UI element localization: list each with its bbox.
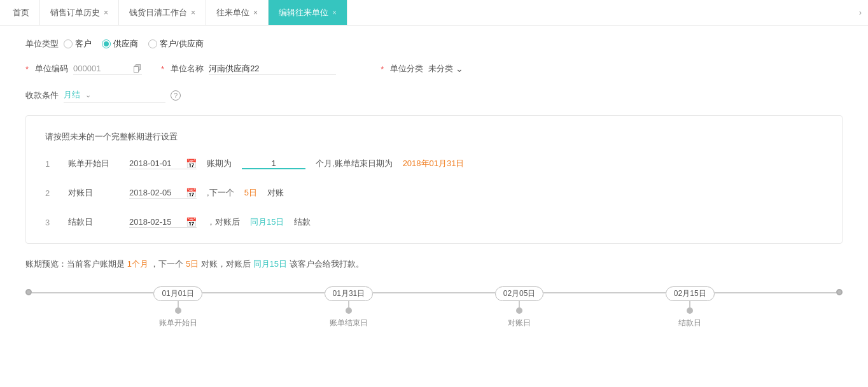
radio-customer[interactable]: 客户 xyxy=(64,38,92,50)
tl-dot-1 xyxy=(175,307,181,314)
unit-name-field: * 单位名称 xyxy=(161,62,336,75)
tab-edit-partner-label: 编辑往来单位 xyxy=(279,7,328,18)
unit-classify-label: 单位分类 xyxy=(390,63,423,74)
radio-customer-circle xyxy=(64,39,73,48)
tab-partner-close[interactable]: × xyxy=(253,8,258,17)
card-title: 请按照未来的一个完整帐期进行设置 xyxy=(45,131,823,143)
tab-sales-history-close[interactable]: × xyxy=(104,8,108,17)
payment-suffix: 结款 xyxy=(294,216,311,228)
setting-row-1: 1 账单开始日 📅 账期为 个月,账单结束日期为 2018年01月31日 xyxy=(45,158,823,169)
settings-card: 请按照未来的一个完整帐期进行设置 1 账单开始日 📅 账期为 个月,账单结束日期… xyxy=(25,115,843,244)
tl-line-1 xyxy=(202,292,324,293)
unit-name-input[interactable] xyxy=(209,62,336,75)
period-input[interactable] xyxy=(242,158,305,169)
unit-type-field: 单位类型 客户 供应商 客户/供应商 xyxy=(25,38,204,50)
period-prefix: 账期为 xyxy=(207,158,232,169)
tl-dot-4 xyxy=(687,307,693,314)
payment-highlight-day: 同月15日 xyxy=(250,216,284,228)
preview-mid2: 对账，对账后 xyxy=(201,259,251,269)
payment-label: 收款条件 xyxy=(25,90,59,101)
tl-dot-3 xyxy=(516,307,522,314)
payment-select[interactable]: 月结 ⌄ xyxy=(64,88,165,102)
setting-row-2: 2 对账日 📅 ,下一个 5日 对账 xyxy=(45,187,823,199)
reconcile-date-input: 📅 xyxy=(129,188,197,199)
tl-stem-2 xyxy=(348,301,349,307)
classify-arrow-icon[interactable]: ⌄ xyxy=(456,64,463,74)
tab-sales-history[interactable]: 销售订单历史 × xyxy=(40,0,119,25)
timeline-node-4: 02月15日 结款日 xyxy=(666,286,715,328)
timeline-node-1-pill: 01月01日 xyxy=(153,286,202,301)
payment-field: 收款条件 月结 ⌄ ? xyxy=(25,88,181,102)
tab-cash-work-close[interactable]: × xyxy=(191,8,195,17)
radio-customer-label: 客户 xyxy=(75,38,92,50)
payment-prefix: ，对账后 xyxy=(207,216,240,228)
tab-home[interactable]: 首页 xyxy=(0,0,40,25)
unit-name-label: 单位名称 xyxy=(171,63,204,74)
unit-name-required: * xyxy=(161,64,164,74)
payment-row: 收款条件 月结 ⌄ ? xyxy=(25,88,843,102)
row-label-3: 结款日 xyxy=(68,216,119,228)
tab-edit-partner-close[interactable]: × xyxy=(332,8,337,17)
row-label-2: 对账日 xyxy=(68,187,119,199)
preview-prefix: 账期预览：当前客户账期是 xyxy=(25,259,125,269)
tl-dot-2 xyxy=(346,307,352,314)
preview-part3: 同月15日 xyxy=(253,259,287,269)
unit-code-label: 单位编码 xyxy=(35,63,68,74)
radio-group-unit-type: 客户 供应商 客户/供应商 xyxy=(64,38,204,50)
preview-suffix: 该客户会给我打款。 xyxy=(290,259,364,269)
timeline-node-2: 01月31日 账单结束日 xyxy=(325,286,374,328)
row-num-1: 1 xyxy=(45,159,58,169)
tab-cash-work-label: 钱货日清工作台 xyxy=(129,7,187,18)
setting-row-3: 3 结款日 📅 ，对账后 同月15日 结款 xyxy=(45,216,823,228)
preview-section: 账期预览：当前客户账期是 1个月 ，下一个 5日 对账，对账后 同月15日 该客… xyxy=(25,257,843,328)
preview-text: 账期预览：当前客户账期是 1个月 ，下一个 5日 对账，对账后 同月15日 该客… xyxy=(25,257,843,271)
tabs-scroll-arrow[interactable]: › xyxy=(853,0,868,25)
radio-both[interactable]: 客户/供应商 xyxy=(148,38,204,50)
tl-stem-4 xyxy=(689,301,690,307)
timeline-start-dot xyxy=(25,289,32,295)
timeline-node-4-pill: 02月15日 xyxy=(666,286,715,301)
start-date-calendar-icon[interactable]: 📅 xyxy=(186,158,197,169)
radio-supplier-label: 供应商 xyxy=(113,38,138,50)
start-date-field[interactable] xyxy=(129,158,183,168)
payment-help-icon[interactable]: ? xyxy=(171,90,181,101)
unit-classify-select[interactable]: 未分类 ⌄ xyxy=(428,63,517,74)
unit-code-field: * 单位编码 🗍 xyxy=(25,62,142,75)
tl-stem-1 xyxy=(178,301,179,307)
reconcile-prefix: ,下一个 xyxy=(207,187,234,199)
unit-code-copy-icon[interactable]: 🗍 xyxy=(133,64,142,74)
timeline: 01月01日 账单开始日 01月31日 账单结束日 02月05日 xyxy=(25,286,843,328)
payment-date-calendar-icon[interactable]: 📅 xyxy=(186,217,197,227)
reconcile-highlight-day: 5日 xyxy=(244,187,257,199)
tab-partner[interactable]: 往来单位 × xyxy=(206,0,269,25)
timeline-node-1-label: 账单开始日 xyxy=(159,318,197,328)
payment-date-input: 📅 xyxy=(129,217,197,228)
payment-date-field[interactable] xyxy=(129,217,183,227)
timeline-node-3-pill: 02月05日 xyxy=(495,286,544,301)
unit-classify-required: * xyxy=(381,64,384,74)
unit-code-input-wrapper: 🗍 xyxy=(73,62,142,75)
preview-part1: 1个月 xyxy=(127,259,148,269)
reconcile-suffix: 对账 xyxy=(267,187,284,199)
timeline-node-3-label: 对账日 xyxy=(508,318,531,328)
period-suffix: 个月,账单结束日期为 xyxy=(316,158,393,169)
timeline-node-3: 02月05日 对账日 xyxy=(495,286,544,328)
preview-part2: 5日 xyxy=(186,259,199,269)
tab-edit-partner[interactable]: 编辑往来单位 × xyxy=(269,0,347,25)
tab-cash-work[interactable]: 钱货日清工作台 × xyxy=(119,0,206,25)
tab-sales-history-label: 销售订单历史 xyxy=(50,7,100,18)
unit-code-required: * xyxy=(25,64,29,74)
reconcile-date-field[interactable] xyxy=(129,188,183,197)
payment-value: 月结 xyxy=(64,89,80,101)
unit-code-input[interactable] xyxy=(73,62,130,74)
row-num-2: 2 xyxy=(45,188,58,198)
reconcile-date-calendar-icon[interactable]: 📅 xyxy=(186,188,197,198)
tabs-bar: 首页 销售订单历史 × 钱货日清工作台 × 往来单位 × 编辑往来单位 × › xyxy=(0,0,868,25)
timeline-node-2-pill: 01月31日 xyxy=(325,286,374,301)
content-area: 单位类型 客户 供应商 客户/供应商 * 单位编码 xyxy=(0,25,868,387)
row-label-1: 账单开始日 xyxy=(68,158,119,169)
radio-supplier[interactable]: 供应商 xyxy=(102,38,138,50)
start-date-input: 📅 xyxy=(129,158,197,169)
unit-type-row: 单位类型 客户 供应商 客户/供应商 xyxy=(25,38,843,50)
row-num-3: 3 xyxy=(45,218,58,227)
